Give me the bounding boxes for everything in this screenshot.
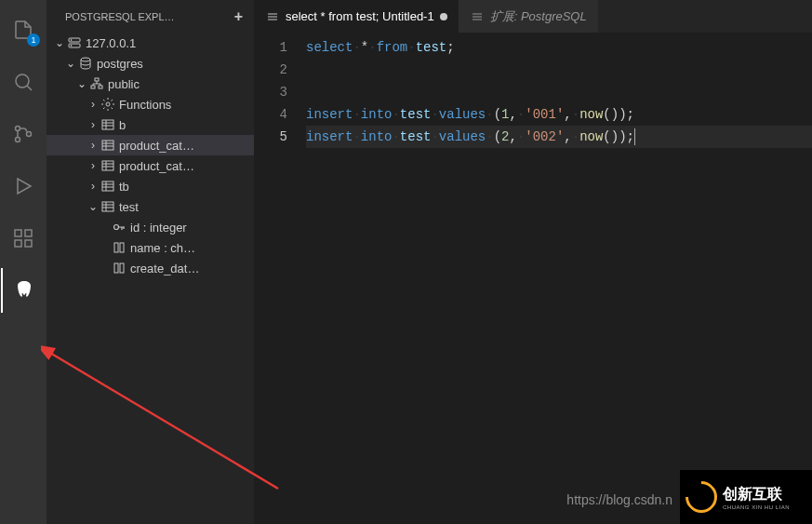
svg-point-16 <box>106 102 110 106</box>
watermark-url: https://blog.csdn.n <box>566 492 672 507</box>
table-icon <box>100 117 115 132</box>
code-area[interactable]: select·*·from·test; insert·into·test·val… <box>306 36 812 524</box>
chevron-down-icon: ⌄ <box>74 76 89 91</box>
tree-functions[interactable]: › Functions <box>47 94 254 114</box>
svg-rect-25 <box>114 263 118 273</box>
tree-label: 127.0.0.1 <box>86 36 136 50</box>
sql-file-icon <box>470 9 485 24</box>
tree-label: product_cat… <box>119 139 194 153</box>
tree-table-product-cat-1[interactable]: › product_cat… <box>47 135 254 155</box>
sidebar-header: POSTGRESQL EXPL… + <box>47 0 254 33</box>
tree-column-id[interactable]: id : integer <box>47 217 254 237</box>
column-icon <box>112 240 126 255</box>
explorer-badge: 1 <box>27 34 40 47</box>
chevron-right-icon: › <box>86 158 100 173</box>
tree-label: tb <box>119 180 129 194</box>
tree: ⌄ 127.0.0.1 ⌄ postgres ⌄ public › Functi… <box>47 33 254 524</box>
sidebar: POSTGRESQL EXPL… + ⌄ 127.0.0.1 ⌄ postgre… <box>47 0 254 524</box>
tree-database[interactable]: ⌄ postgres <box>47 53 254 74</box>
code-line <box>306 59 812 81</box>
code-line: insert·into·test·values·(1,·'001',·now()… <box>306 103 812 126</box>
key-icon <box>112 220 126 235</box>
explorer-icon[interactable]: 1 <box>1 7 46 52</box>
svg-point-3 <box>27 132 32 137</box>
svg-rect-18 <box>102 141 113 150</box>
line-number: 1 <box>254 36 287 59</box>
svg-rect-20 <box>102 181 113 191</box>
chevron-down-icon: ⌄ <box>52 35 67 50</box>
postgresql-extension-icon[interactable] <box>1 268 46 313</box>
tree-server[interactable]: ⌄ 127.0.0.1 <box>47 33 254 53</box>
code-line: insert·into·test·values·(2,·'002',·now()… <box>306 126 812 148</box>
tree-table-test[interactable]: ⌄ test <box>47 196 254 217</box>
tab-active-query[interactable]: select * from test; Untitled-1 <box>254 0 459 33</box>
table-icon <box>100 199 115 214</box>
tree-label: postgres <box>97 57 143 71</box>
activity-bar: 1 <box>0 0 47 524</box>
table-icon <box>100 158 115 173</box>
run-debug-icon[interactable] <box>1 164 46 208</box>
brand-ring-icon <box>679 475 724 519</box>
tree-label: test <box>119 200 139 214</box>
svg-point-10 <box>71 40 72 41</box>
add-connection-icon[interactable]: + <box>234 8 243 25</box>
svg-rect-13 <box>95 78 99 81</box>
code-line <box>306 81 812 103</box>
column-icon <box>112 261 126 275</box>
svg-rect-15 <box>99 86 102 88</box>
extensions-icon[interactable] <box>1 216 46 261</box>
editor[interactable]: 1 2 3 4 5 select·*·from·test; insert·int… <box>254 33 812 524</box>
database-icon <box>78 56 93 71</box>
svg-rect-5 <box>15 240 21 247</box>
sidebar-title: POSTGRESQL EXPL… <box>65 11 175 22</box>
chevron-down-icon: ⌄ <box>86 199 100 214</box>
chevron-down-icon: ⌄ <box>63 56 78 71</box>
tree-label: product_cat… <box>119 159 194 173</box>
brand-main-text: 创新互联 <box>723 485 790 504</box>
brand-logo: 创新互联 CHUANG XIN HU LIAN <box>680 470 812 524</box>
svg-rect-24 <box>120 243 124 252</box>
schema-icon <box>89 76 104 91</box>
tree-label: name : ch… <box>130 241 195 255</box>
search-icon[interactable] <box>1 60 46 104</box>
cursor <box>634 128 635 145</box>
svg-rect-26 <box>120 263 124 273</box>
svg-rect-19 <box>102 161 113 170</box>
chevron-right-icon: › <box>86 97 100 112</box>
chevron-right-icon: › <box>86 138 100 153</box>
table-icon <box>100 179 115 194</box>
tree-column-name[interactable]: name : ch… <box>47 237 254 258</box>
tree-label: public <box>108 77 140 91</box>
svg-point-1 <box>16 127 20 131</box>
svg-rect-7 <box>25 230 32 236</box>
tab-label: select * from test; Untitled-1 <box>286 9 434 23</box>
svg-point-11 <box>71 46 72 47</box>
functions-icon <box>100 97 115 112</box>
svg-point-22 <box>114 225 119 230</box>
svg-point-0 <box>16 74 29 87</box>
chevron-right-icon: › <box>86 179 100 194</box>
svg-rect-6 <box>25 240 32 247</box>
tree-label: b <box>119 118 126 132</box>
tree-label: id : integer <box>130 221 187 235</box>
tree-table-b[interactable]: › b <box>47 114 254 135</box>
tree-label: create_dat… <box>130 262 199 275</box>
line-number: 3 <box>254 81 287 103</box>
tree-label: Functions <box>119 98 171 112</box>
tree-schema[interactable]: ⌄ public <box>47 74 254 94</box>
line-number: 2 <box>254 59 287 81</box>
sql-file-icon <box>265 9 280 24</box>
svg-rect-21 <box>102 202 113 211</box>
tree-column-create-date[interactable]: create_dat… <box>47 258 254 278</box>
tab-label: 扩展: PostgreSQL <box>490 8 587 25</box>
tab-postgresql-extension[interactable]: 扩展: PostgreSQL <box>459 0 598 33</box>
source-control-icon[interactable] <box>1 112 46 156</box>
svg-rect-14 <box>91 86 95 88</box>
tree-table-tb[interactable]: › tb <box>47 176 254 196</box>
svg-rect-23 <box>114 243 118 252</box>
code-line: select·*·from·test; <box>306 36 812 59</box>
table-icon <box>100 138 115 153</box>
brand-sub-text: CHUANG XIN HU LIAN <box>723 504 790 510</box>
tree-table-product-cat-2[interactable]: › product_cat… <box>47 155 254 176</box>
server-icon <box>67 35 82 50</box>
